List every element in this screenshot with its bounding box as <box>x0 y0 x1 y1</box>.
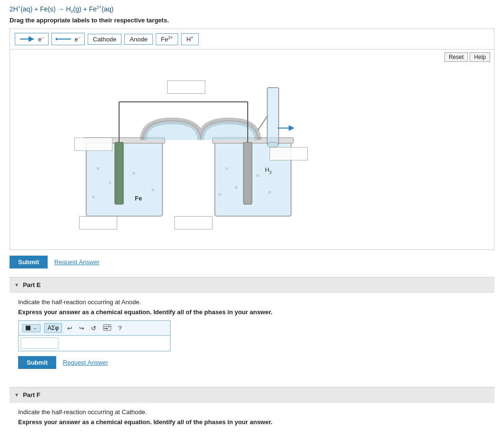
drop-box-top-center[interactable] <box>167 80 205 94</box>
part-f-instruction: Express your answer as a chemical equati… <box>18 418 486 426</box>
part-e-section: ▼ Part E Indicate the half-reaction occu… <box>10 277 494 385</box>
keyboard-icon <box>103 324 111 331</box>
drag-label-hplus[interactable]: H+ <box>181 33 199 45</box>
color-block-button[interactable]: → <box>22 324 40 332</box>
refresh-button[interactable]: ↺ <box>90 325 98 332</box>
arrow-left-icon <box>56 35 74 43</box>
svg-point-25 <box>218 193 221 196</box>
svg-point-20 <box>92 196 95 199</box>
part-e-header[interactable]: ▼ Part E <box>10 277 494 292</box>
anode-text: Anode <box>130 36 148 43</box>
part-e-answer-wrap <box>18 336 171 351</box>
reset-button[interactable]: Reset <box>444 52 468 62</box>
part-f-collapse-arrow: ▼ <box>14 392 19 397</box>
h2-label: H2 <box>265 166 272 175</box>
svg-rect-31 <box>109 326 110 327</box>
drag-label-cathode[interactable]: Cathode <box>88 34 121 45</box>
part-e-description: Indicate the half-reaction occurring at … <box>18 298 486 306</box>
color-swatch <box>26 326 30 330</box>
action-row-part-e: Submit Request Answer <box>18 356 486 369</box>
arrow-right-icon <box>19 35 37 43</box>
part-e-content: Indicate the half-reaction occurring at … <box>10 292 494 385</box>
fe-label: Fe <box>135 195 142 202</box>
svg-point-16 <box>97 167 100 170</box>
svg-rect-12 <box>267 88 279 145</box>
drop-box-bottom-left[interactable] <box>79 216 117 229</box>
part-e-instruction: Express your answer as a chemical equati… <box>18 308 486 316</box>
svg-point-19 <box>151 189 154 191</box>
part-f-content: Indicate the half-reaction occurring at … <box>10 402 494 438</box>
part-f-label: Part F <box>23 391 40 398</box>
request-answer-top[interactable]: Request Answer <box>54 258 100 266</box>
svg-point-22 <box>235 186 238 189</box>
request-answer-part-e[interactable]: Request Answer <box>63 359 108 366</box>
label-bank: e− e− Cathode Anod <box>10 29 494 50</box>
svg-point-23 <box>256 174 259 177</box>
drag-label-fe2plus[interactable]: Fe2+ <box>156 33 178 45</box>
help-icon-button[interactable]: ? <box>117 325 123 332</box>
drag-label-arrow-right[interactable]: e− <box>15 33 49 45</box>
drag-label-arrow-left[interactable]: e− <box>51 33 85 45</box>
svg-rect-2 <box>86 140 162 216</box>
arrow-left-label: e− <box>75 35 81 43</box>
fe2plus-text: Fe2+ <box>161 35 173 43</box>
cathode-text: Cathode <box>93 36 116 43</box>
svg-point-21 <box>225 167 228 170</box>
part-e-collapse-arrow: ▼ <box>14 282 19 288</box>
drag-label-anode[interactable]: Anode <box>124 34 153 45</box>
part-e-answer-input[interactable] <box>20 338 59 349</box>
svg-point-24 <box>268 191 271 194</box>
part-f-description: Indicate the half-reaction occurring at … <box>18 408 486 416</box>
help-button[interactable]: Help <box>470 52 490 62</box>
action-row-top: Submit Request Answer <box>10 256 494 268</box>
part-f-header[interactable]: ▼ Part F <box>10 387 494 402</box>
svg-line-14 <box>258 116 267 130</box>
chemical-equation: 2H+(aq) + Fe(s) → H2(g) + Fe2+(aq) <box>10 5 494 14</box>
greek-button[interactable]: ΑΣφ <box>44 323 62 333</box>
drop-box-left[interactable] <box>74 138 112 151</box>
part-e-label: Part E <box>23 281 41 288</box>
arrow-right-label: e− <box>38 35 44 43</box>
submit-button-top[interactable]: Submit <box>10 256 48 268</box>
undo-button[interactable]: ↩ <box>66 325 74 332</box>
subscript-icon: → <box>32 326 37 331</box>
svg-point-13 <box>267 142 279 147</box>
svg-rect-26 <box>103 325 111 330</box>
part-f-section: ▼ Part F Indicate the half-reaction occu… <box>10 387 494 438</box>
hplus-text: H+ <box>186 35 193 43</box>
drop-box-right-top[interactable] <box>270 147 308 160</box>
svg-rect-28 <box>106 326 107 327</box>
top-buttons: Reset Help <box>444 52 490 62</box>
svg-rect-27 <box>104 326 105 327</box>
svg-rect-7 <box>243 142 252 204</box>
svg-rect-30 <box>104 328 108 329</box>
keyboard-button[interactable] <box>101 324 113 332</box>
svg-point-17 <box>109 181 111 184</box>
drop-box-bottom-right[interactable] <box>174 216 212 229</box>
svg-rect-29 <box>108 326 109 327</box>
diagram-area: Reset Help <box>10 50 494 249</box>
drag-area-container: e− e− Cathode Anod <box>10 29 494 250</box>
svg-point-18 <box>132 172 135 175</box>
drag-instruction: Drag the appropriate labels to their res… <box>10 17 494 24</box>
part-e-toolbar: → ΑΣφ ↩ ↪ ↺ <box>18 320 171 336</box>
svg-rect-6 <box>115 142 123 204</box>
redo-button[interactable]: ↪ <box>78 325 86 332</box>
submit-button-part-e[interactable]: Submit <box>18 356 56 369</box>
